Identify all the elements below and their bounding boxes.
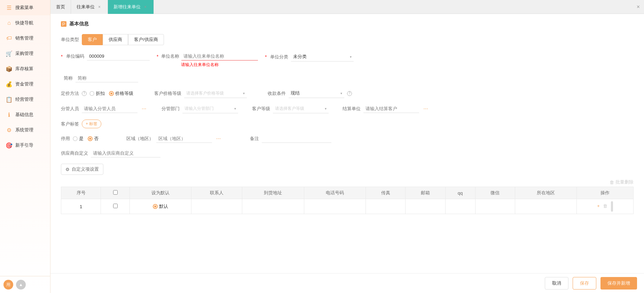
batch-delete-label[interactable]: 批量删除 [615, 179, 634, 185]
manager-ellipsis[interactable]: ··· [140, 106, 148, 112]
row-action: + 🗑 [577, 199, 634, 214]
unit-btn-both[interactable]: 客户/供应商 [128, 34, 164, 45]
region-label: 区域（地区） [126, 136, 154, 142]
abbr-label: 简称 [64, 75, 73, 81]
row-scrollbar [611, 201, 613, 212]
sidebar-item-purchase[interactable]: 🛒 采购管理 [0, 46, 50, 61]
unit-category-required: * [265, 54, 267, 59]
unit-name-group: * 单位名称 请输入往来单位名称 [157, 52, 258, 68]
manager-input[interactable] [82, 105, 138, 113]
sidebar-item-sales[interactable]: 🏷 销售管理 [0, 31, 50, 46]
unit-btn-supplier[interactable]: 供应商 [103, 34, 128, 45]
pricing-radio-group: 折扣 价格等级 [89, 90, 133, 97]
row-wechat[interactable] [475, 199, 515, 214]
sidebar-item-label: 快捷导航 [15, 20, 33, 26]
col-default: 设为默认 [129, 187, 191, 199]
unit-category-select[interactable]: 未分类 ▾ [291, 52, 354, 62]
row-phone[interactable] [304, 199, 366, 214]
tab-unit[interactable]: 往来单位 × [71, 0, 108, 14]
region-input[interactable] [156, 135, 212, 143]
row-default: 默认 [129, 199, 191, 214]
row-fax[interactable] [366, 199, 406, 214]
row-address[interactable] [242, 199, 304, 214]
search-menu-icon: ☰ [6, 4, 13, 11]
user-avatar[interactable]: 用 [3, 280, 13, 290]
notification-icon[interactable]: ▲ [16, 280, 26, 290]
sidebar-item-inventory[interactable]: 📦 库存核算 [0, 61, 50, 76]
settlement-ellipsis[interactable]: ··· [422, 106, 429, 112]
add-tag-button[interactable]: + 标签 [82, 120, 101, 128]
row-qq[interactable] [445, 199, 475, 214]
sidebar-item-finance[interactable]: 💰 资金管理 [0, 76, 50, 92]
customer-level-select[interactable]: 请选择客户等级 ▾ [273, 104, 329, 113]
tab-home-label: 首页 [56, 4, 65, 10]
unit-category-label: 单位分类 [270, 54, 288, 60]
radio-yes[interactable]: 是 [73, 136, 84, 142]
tab-new-unit-close[interactable]: × [143, 4, 148, 10]
unit-code-input[interactable] [87, 52, 150, 60]
form-row-5: 客户标签 + 标签 [61, 120, 634, 128]
delete-row-icon[interactable]: 🗑 [603, 203, 607, 209]
customer-level-group: 客户等级 请选择客户等级 ▾ [252, 104, 329, 113]
tab-home[interactable]: 首页 [50, 0, 71, 14]
sidebar-item-label: 资金管理 [15, 81, 33, 87]
radio-no[interactable]: 否 [88, 136, 99, 142]
disable-group: 停用 是 否 [61, 136, 99, 142]
unit-category-group: * 单位分类 未分类 ▾ [265, 52, 354, 62]
customer-price-select[interactable]: 请选择客户价格等级 ▾ [184, 89, 247, 98]
remark-input[interactable] [262, 135, 331, 143]
dept-label: 分管部门 [162, 106, 180, 112]
remark-group: 备注 [250, 135, 331, 143]
sidebar: ☰ 搜索菜单 ⌂ 快捷导航 🏷 销售管理 🛒 采购管理 📦 库存核算 💰 资金管… [0, 0, 50, 293]
inventory-icon: 📦 [6, 65, 13, 72]
settlement-input[interactable] [363, 105, 419, 113]
row-region[interactable] [515, 199, 576, 214]
save-and-new-button[interactable]: 保存并新增 [600, 277, 637, 290]
radio-price-level[interactable]: 价格等级 [109, 90, 133, 97]
section-header: P 基本信息 [61, 21, 634, 27]
settlement-label: 结算单位 [343, 106, 361, 112]
manager-group: 分管人员 ··· [61, 105, 148, 113]
unit-name-input[interactable] [181, 52, 258, 60]
add-row-icon[interactable]: + [597, 203, 600, 209]
customer-level-label: 客户等级 [252, 106, 270, 112]
sidebar-item-label: 采购管理 [15, 50, 33, 57]
supplier-custom-input[interactable] [91, 149, 160, 157]
region-ellipsis[interactable]: ··· [215, 136, 222, 142]
finance-icon: 💰 [6, 81, 13, 88]
row-email[interactable] [406, 199, 445, 214]
payment-condition-group: 收款条件 现结 ▾ ? [268, 89, 352, 98]
abbr-input[interactable] [76, 74, 138, 82]
save-button[interactable]: 保存 [573, 277, 596, 290]
custom-settings-button[interactable]: ⚙ 自定义项设置 [61, 164, 103, 175]
row-checkbox[interactable] [101, 199, 130, 214]
cancel-button[interactable]: 取消 [545, 277, 568, 290]
unit-btn-customer[interactable]: 客户 [82, 34, 103, 45]
tab-new-unit[interactable]: 新增往来单位 × [108, 0, 154, 14]
row-default-radio[interactable]: 默认 [133, 203, 188, 210]
row-select-checkbox[interactable] [113, 204, 118, 208]
sidebar-item-system[interactable]: ⚙ 系统管理 [0, 122, 50, 138]
col-region: 所在地区 [515, 187, 576, 199]
select-all-checkbox[interactable] [113, 190, 118, 195]
sidebar-item-guide[interactable]: 🎯 新手引导 [0, 138, 50, 153]
dept-select[interactable]: 请输入分管部门 ▾ [182, 104, 238, 113]
payment-condition-select[interactable]: 现结 ▾ [289, 89, 344, 98]
col-wechat: 微信 [475, 187, 515, 199]
sidebar-item-operations[interactable]: 📋 经营管理 [0, 92, 50, 107]
sidebar-item-basic[interactable]: ℹ 基础信息 [0, 107, 50, 122]
sidebar-item-quicknav[interactable]: ⌂ 快捷导航 [0, 15, 50, 31]
sidebar-item-search[interactable]: ☰ 搜索菜单 [0, 0, 50, 15]
chevron-down-icon3: ▾ [340, 91, 342, 95]
radio-discount[interactable]: 折扣 [89, 90, 105, 97]
col-phone: 电话号码 [304, 187, 366, 199]
payment-help-icon[interactable]: ? [347, 91, 352, 96]
tab-bar: 首页 往来单位 × 新增往来单位 × × [50, 0, 644, 14]
pricing-help-icon[interactable]: ? [82, 91, 87, 96]
tab-unit-close[interactable]: × [97, 4, 102, 10]
chevron-down-icon2: ▾ [243, 91, 245, 95]
close-all-button[interactable]: × [637, 4, 644, 10]
customer-tag-label: 客户标签 [61, 121, 79, 127]
row-contact[interactable] [191, 199, 242, 214]
default-radio-circle [153, 204, 158, 209]
